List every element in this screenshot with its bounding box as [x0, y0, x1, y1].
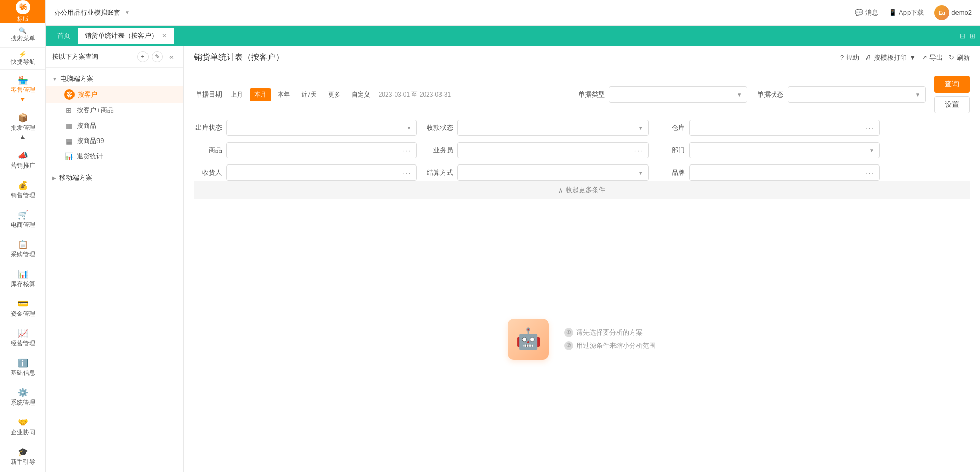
tree-mobile-parent[interactable]: ▶ 移动端方案 — [46, 170, 183, 185]
empty-tips: ① 请先选择要分析的方案 ② 用过滤条件来缩小分析范围 — [564, 328, 656, 350]
btn-last7[interactable]: 近7天 — [297, 88, 322, 101]
tree-child-by-goods[interactable]: ▦ 按商品 — [46, 118, 183, 133]
sidebar-item-basic[interactable]: ℹ️ 基础信息 — [0, 353, 45, 383]
filter-order-type: 单据类型 ▼ — [577, 86, 747, 103]
tree-child-by-customer[interactable]: 客 按客户 — [46, 86, 183, 103]
sidebar-item-finance[interactable]: 💳 资金管理 — [0, 294, 45, 323]
sidebar-item-retail[interactable]: 🏪 零售管理 ▼ — [0, 70, 45, 108]
customer-scheme-icon: 客 — [64, 89, 75, 100]
tab-restore-icon[interactable]: ⊟ — [960, 32, 966, 40]
sidebar: 畅 标版 🔍 搜索菜单 ⚡ 快捷导航 🏪 零售管理 ▼ 📦 批发管理 ▲ 📣 营… — [0, 0, 46, 472]
dept-dropdown-icon: ▼ — [869, 148, 874, 153]
sidebar-item-system[interactable]: ⚙️ 系统管理 — [0, 383, 45, 412]
btn-curr-month[interactable]: 本月 — [250, 88, 271, 101]
goods-icon: ▦ — [64, 121, 74, 130]
logo-icon: 畅 — [16, 0, 30, 14]
tree-child-by-customer-goods[interactable]: ⊞ 按客户+商品 — [46, 103, 183, 118]
add-scheme-btn[interactable]: + — [137, 51, 149, 62]
sidebar-item-enterprise[interactable]: 🤝 企业协同 — [0, 412, 45, 442]
sidebar-item-wholesale[interactable]: 📦 批发管理 ▲ — [0, 108, 45, 146]
dept-control[interactable]: ▼ — [689, 142, 880, 158]
brand-label: 品牌 — [657, 168, 685, 177]
left-panel: 按以下方案查询 + ✎ « ▼ 电脑端方案 客 按客户 ⊞ 按客 — [46, 46, 184, 472]
sidebar-item-newbie[interactable]: 🎓 新手引导 — [0, 442, 45, 471]
sidebar-search[interactable]: 🔍 搜索菜单 — [0, 23, 45, 48]
tab-maximize-icon[interactable]: ⊞ — [970, 32, 976, 40]
breadcrumb-dropdown-icon[interactable]: ▼ — [125, 10, 130, 15]
goods-control[interactable]: ··· — [226, 142, 417, 158]
receiver-control[interactable]: ··· — [226, 164, 417, 181]
collapse-label: 收起更多条件 — [566, 185, 605, 195]
order-status-control[interactable]: ▼ — [788, 86, 926, 103]
inventory-icon: 📊 — [18, 269, 28, 279]
filter-area: 单据日期 上月 本月 本年 近7天 更多 自定义 2023-03-01 至 20… — [184, 68, 980, 206]
date-quick-btns: 上月 本月 本年 近7天 更多 自定义 — [226, 88, 375, 101]
tree-desktop-parent[interactable]: ▼ 电脑端方案 — [46, 71, 183, 86]
order-type-dropdown-icon: ▼ — [737, 92, 742, 98]
out-status-control[interactable]: ▼ — [226, 120, 417, 136]
breadcrumb: 办公用品行业模拟账套 — [54, 8, 120, 17]
print-dropdown-icon[interactable]: ▼ — [909, 54, 916, 61]
system-icon: ⚙️ — [18, 388, 28, 397]
message-icon: 💬 — [855, 9, 863, 16]
app-download-btn[interactable]: 📱 App下载 — [889, 8, 924, 17]
tree-section-desktop: ▼ 电脑端方案 客 按客户 ⊞ 按客户+商品 ▦ 按商品 ▦ 按商品99 — [46, 68, 183, 167]
tab-bar-actions: ⊟ ⊞ — [960, 32, 976, 40]
warehouse-control[interactable]: ··· — [689, 120, 880, 136]
tab-home[interactable]: 首页 — [50, 28, 78, 44]
btn-curr-year[interactable]: 本年 — [273, 88, 295, 101]
purchase-label: 采购管理 — [11, 250, 35, 259]
refresh-btn[interactable]: ↻ 刷新 — [949, 53, 970, 62]
refresh-label: 刷新 — [957, 53, 970, 62]
child-by-customer-goods-label: 按客户+商品 — [77, 106, 114, 115]
edit-scheme-btn[interactable]: ✎ — [152, 51, 163, 62]
print-label: 按模板打印 — [874, 53, 907, 62]
collapse-up-icon: ∧ — [558, 186, 564, 194]
user-menu[interactable]: Ea demo2 — [934, 5, 972, 20]
btn-prev-month[interactable]: 上月 — [226, 88, 248, 101]
empty-state: 🤖 ① 请先选择要分析的方案 ② 用过滤条件来缩小分析范围 — [184, 206, 980, 472]
sidebar-quick-nav[interactable]: ⚡ 快捷导航 — [0, 48, 45, 70]
tab-close-icon[interactable]: ✕ — [162, 32, 167, 39]
message-btn[interactable]: 💬 消息 — [855, 8, 878, 17]
out-status-label: 出库状态 — [194, 123, 222, 132]
tree-child-by-goods99[interactable]: ▦ 按商品99 — [46, 133, 183, 149]
help-btn[interactable]: ? 帮助 — [840, 53, 859, 62]
export-btn[interactable]: ↗ 导出 — [922, 53, 943, 62]
settings-btn[interactable]: 设置 — [934, 96, 970, 113]
child-by-goods-label: 按商品 — [77, 121, 96, 130]
date-range-text: 2023-03-01 至 2023-03-31 — [379, 90, 451, 99]
btn-custom[interactable]: 自定义 — [347, 88, 375, 101]
sidebar-item-ecommerce[interactable]: 🛒 电商管理 — [0, 205, 45, 234]
brand-control[interactable]: ··· — [689, 164, 880, 181]
salesman-label: 业务员 — [425, 146, 453, 155]
sidebar-item-operation[interactable]: 📈 经营管理 — [0, 323, 45, 353]
tree-section-mobile: ▶ 移动端方案 — [46, 167, 183, 188]
print-btn[interactable]: 🖨 按模板打印 ▼ — [865, 53, 916, 62]
sidebar-item-marketing[interactable]: 📣 营销推广 — [0, 146, 45, 175]
btn-more[interactable]: 更多 — [324, 88, 345, 101]
collapse-panel-btn[interactable]: « — [166, 51, 177, 62]
tab-sales-stat[interactable]: 销货单统计表（按客户） ✕ — [78, 28, 174, 44]
salesman-control[interactable]: ··· — [457, 142, 648, 158]
query-btn[interactable]: 查询 — [934, 76, 970, 93]
sidebar-logo: 畅 标版 — [0, 0, 45, 23]
settlement-control[interactable]: ▼ — [457, 164, 648, 181]
empty-robot-icon: 🤖 — [508, 319, 549, 360]
username: demo2 — [951, 9, 972, 16]
customer-goods-icon: ⊞ — [64, 106, 74, 115]
refresh-icon: ↻ — [949, 54, 954, 61]
top-header: 办公用品行业模拟账套 ▼ 💬 消息 📱 App下载 Ea demo2 — [46, 0, 980, 26]
tree-desktop-arrow: ▼ — [52, 76, 57, 82]
tree-child-return[interactable]: 📊 退货统计 — [46, 149, 183, 164]
sidebar-item-purchase[interactable]: 📋 采购管理 — [0, 234, 45, 264]
filter-brand: 品牌 ··· — [657, 164, 880, 181]
collapse-row[interactable]: ∧ 收起更多条件 — [194, 181, 970, 199]
sidebar-item-sales[interactable]: 💰 销售管理 — [0, 175, 45, 205]
system-label: 系统管理 — [11, 398, 35, 407]
filter-payment-status: 收款状态 ▼ — [425, 120, 648, 136]
payment-status-control[interactable]: ▼ — [457, 120, 648, 136]
app-download-label: App下载 — [899, 8, 924, 17]
order-type-control[interactable]: ▼ — [609, 86, 747, 103]
sidebar-item-inventory[interactable]: 📊 库存核算 — [0, 264, 45, 294]
